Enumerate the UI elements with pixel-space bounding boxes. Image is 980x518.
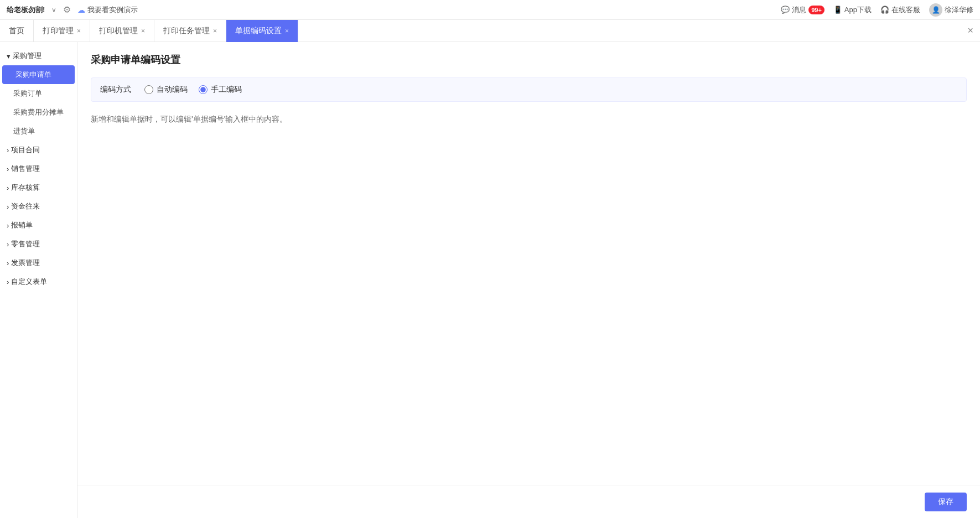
arrow-right-icon-invoice: › xyxy=(7,259,9,267)
message-icon: 💬 xyxy=(781,6,790,14)
message-button[interactable]: 💬 消息 99+ xyxy=(781,5,825,15)
sidebar-group-reimbursement-label: 报销单 xyxy=(11,220,33,230)
demo-text: 我要看实例演示 xyxy=(87,5,138,15)
cloud-icon: ☁ xyxy=(77,6,85,14)
sidebar-group-custom-form[interactable]: › 自定义表单 xyxy=(0,272,77,291)
sidebar: ▾ 采购管理 采购申请单 采购订单 采购费用分摊单 进货单 › 项目合同 › 销… xyxy=(0,42,77,518)
message-label: 消息 xyxy=(792,5,806,15)
hint-text: 新增和编辑单据时，可以编辑'单据编号'输入框中的内容。 xyxy=(91,113,967,125)
service-icon: 🎧 xyxy=(880,6,889,14)
tab-home[interactable]: 首页 xyxy=(0,20,34,42)
arrow-down-icon: ▾ xyxy=(7,52,11,60)
settings-icon[interactable]: ⚙ xyxy=(63,4,71,15)
main-layout: ▾ 采购管理 采购申请单 采购订单 采购费用分摊单 进货单 › 项目合同 › 销… xyxy=(0,42,980,518)
sidebar-group-purchase-label: 采购管理 xyxy=(13,51,42,61)
arrow-right-icon-sales: › xyxy=(7,165,9,173)
tab-print-management[interactable]: 打印管理 × xyxy=(34,20,90,42)
chevron-icon[interactable]: ∨ xyxy=(51,6,56,14)
close-all-button[interactable]: × xyxy=(961,25,980,37)
sidebar-item-purchase-request[interactable]: 采购申请单 xyxy=(2,65,75,84)
sidebar-group-sales-label: 销售管理 xyxy=(11,164,40,174)
sidebar-group-retail[interactable]: › 零售管理 xyxy=(0,235,77,253)
tab-print-management-label: 打印管理 xyxy=(43,26,74,36)
sidebar-item-purchase-expense-label: 采购费用分摊单 xyxy=(13,108,64,116)
sidebar-item-incoming-label: 进货单 xyxy=(13,127,35,135)
sidebar-group-purchase[interactable]: ▾ 采购管理 xyxy=(0,46,77,65)
tab-home-label: 首页 xyxy=(9,26,24,36)
tab-bar: 首页 打印管理 × 打印机管理 × 打印任务管理 × 单据编码设置 × × xyxy=(0,20,980,42)
content-inner: 采购申请单编码设置 编码方式 自动编码 手工编码 xyxy=(77,42,980,485)
tab-print-task[interactable]: 打印任务管理 × xyxy=(154,20,226,42)
tab-code-settings[interactable]: 单据编码设置 × xyxy=(226,20,298,42)
auto-code-option[interactable]: 自动编码 xyxy=(144,85,188,95)
save-button[interactable]: 保存 xyxy=(925,493,967,511)
sidebar-group-inventory[interactable]: › 库存核算 xyxy=(0,178,77,197)
sidebar-group-capital-label: 资金往来 xyxy=(11,201,40,211)
arrow-right-icon-custom: › xyxy=(7,278,9,286)
arrow-right-icon-contract: › xyxy=(7,146,9,154)
arrow-right-icon-capital: › xyxy=(7,203,9,211)
brand-text: 给老板勿割! xyxy=(7,5,45,15)
sidebar-group-sales[interactable]: › 销售管理 xyxy=(0,159,77,178)
app-icon: 📱 xyxy=(833,6,842,14)
arrow-right-icon-reimburse: › xyxy=(7,221,9,230)
sidebar-item-purchase-order[interactable]: 采购订单 xyxy=(0,84,77,103)
auto-code-radio[interactable] xyxy=(144,85,153,94)
demo-link[interactable]: ☁ 我要看实例演示 xyxy=(77,5,138,15)
manual-code-radio[interactable] xyxy=(199,85,208,94)
app-download-label: App下载 xyxy=(844,5,872,15)
content-main: 采购申请单编码设置 编码方式 自动编码 手工编码 xyxy=(77,42,980,518)
sidebar-item-purchase-order-label: 采购订单 xyxy=(13,89,42,97)
tab-print-task-close[interactable]: × xyxy=(213,27,217,35)
sidebar-group-custom-form-label: 自定义表单 xyxy=(11,277,47,287)
tab-printer-management[interactable]: 打印机管理 × xyxy=(90,20,154,42)
encoding-label: 编码方式 xyxy=(100,85,131,95)
tab-code-settings-label: 单据编码设置 xyxy=(235,26,282,36)
sidebar-group-contract-label: 项目合同 xyxy=(11,145,40,155)
top-bar-left: 给老板勿割! ∨ ⚙ ☁ 我要看实例演示 xyxy=(7,4,138,15)
content-area: 采购申请单编码设置 编码方式 自动编码 手工编码 xyxy=(77,42,980,518)
sidebar-group-contract[interactable]: › 项目合同 xyxy=(0,141,77,159)
encoding-row: 编码方式 自动编码 手工编码 xyxy=(91,77,967,102)
sidebar-group-inventory-label: 库存核算 xyxy=(11,183,40,193)
online-service-button[interactable]: 🎧 在线客服 xyxy=(880,5,920,15)
sidebar-item-purchase-request-label: 采购申请单 xyxy=(15,70,51,79)
top-bar: 给老板勿割! ∨ ⚙ ☁ 我要看实例演示 💬 消息 99+ 📱 App下载 🎧 … xyxy=(0,0,980,20)
avatar: 👤 xyxy=(929,3,942,17)
user-label: 徐泽华修 xyxy=(945,5,973,15)
message-badge: 99+ xyxy=(808,6,825,14)
manual-code-label: 手工编码 xyxy=(211,85,242,95)
manual-code-option[interactable]: 手工编码 xyxy=(199,85,242,95)
sidebar-group-retail-label: 零售管理 xyxy=(11,239,40,249)
arrow-right-icon-retail: › xyxy=(7,240,9,248)
sidebar-item-purchase-expense[interactable]: 采购费用分摊单 xyxy=(0,103,77,122)
radio-group: 自动编码 手工编码 xyxy=(144,85,242,95)
tab-printer-management-label: 打印机管理 xyxy=(99,26,138,36)
sidebar-group-reimbursement[interactable]: › 报销单 xyxy=(0,216,77,235)
tab-print-task-label: 打印任务管理 xyxy=(163,26,210,36)
sidebar-group-invoice-label: 发票管理 xyxy=(11,258,40,268)
page-title: 采购申请单编码设置 xyxy=(91,53,967,66)
sidebar-item-incoming[interactable]: 进货单 xyxy=(0,122,77,141)
arrow-right-icon-inventory: › xyxy=(7,184,9,192)
tab-code-settings-close[interactable]: × xyxy=(285,27,289,35)
sidebar-group-capital[interactable]: › 资金往来 xyxy=(0,197,77,216)
top-bar-right: 💬 消息 99+ 📱 App下载 🎧 在线客服 👤 徐泽华修 xyxy=(781,3,973,17)
content-footer: 保存 xyxy=(77,485,980,518)
sidebar-group-invoice[interactable]: › 发票管理 xyxy=(0,253,77,272)
user-menu[interactable]: 👤 徐泽华修 xyxy=(929,3,973,17)
tab-print-management-close[interactable]: × xyxy=(77,27,81,35)
app-download-button[interactable]: 📱 App下载 xyxy=(833,5,872,15)
online-service-label: 在线客服 xyxy=(891,5,920,15)
tab-printer-management-close[interactable]: × xyxy=(141,27,145,35)
auto-code-label: 自动编码 xyxy=(157,85,188,95)
